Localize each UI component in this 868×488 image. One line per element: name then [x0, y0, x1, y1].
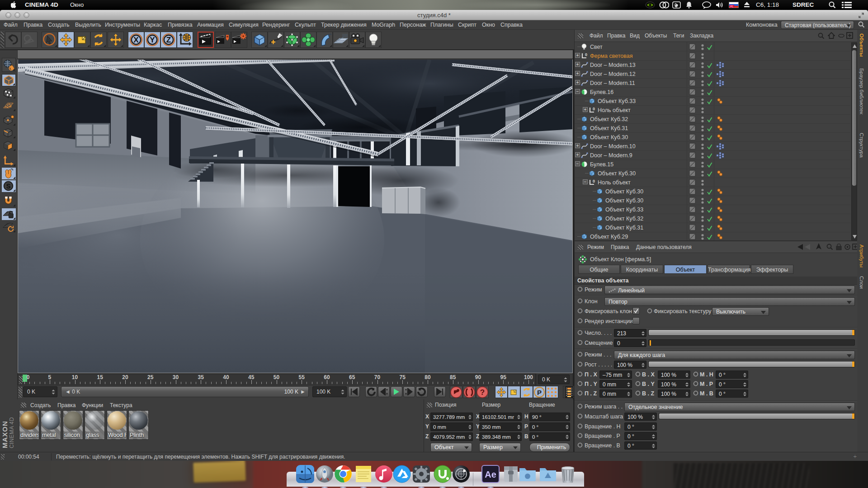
svg-text:0: 0 — [593, 107, 595, 111]
svg-text:S: S — [6, 183, 11, 190]
svg-text:Y: Y — [150, 36, 155, 44]
svg-text:0: 0 — [585, 52, 587, 57]
svg-text:P: P — [537, 389, 542, 396]
svg-text:?: ? — [480, 388, 485, 397]
svg-text:Z: Z — [166, 36, 171, 44]
svg-text:0: 0 — [593, 179, 595, 183]
svg-text:Ae: Ae — [485, 469, 496, 479]
svg-text:X: X — [133, 36, 139, 44]
